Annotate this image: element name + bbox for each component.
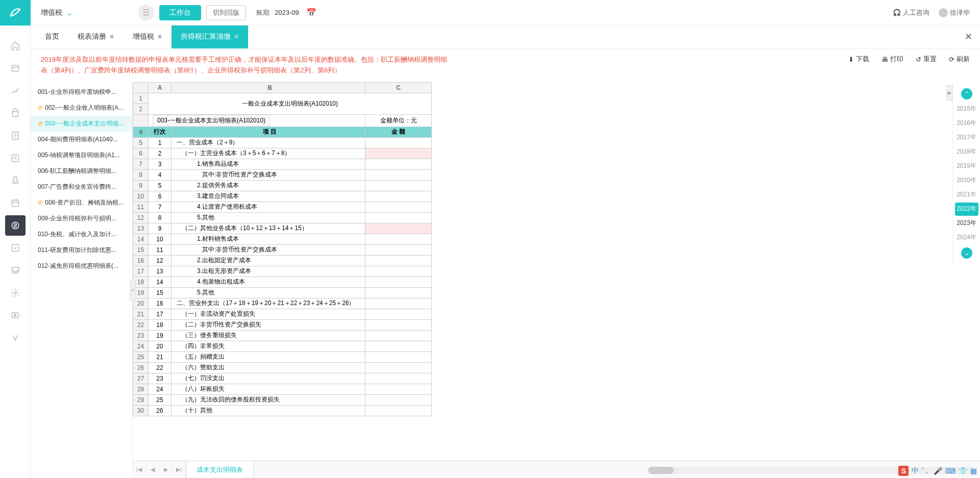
sheet-row[interactable]: 2521 （五）捐赠支出 <box>133 351 432 362</box>
form-list-item[interactable]: 004-期间费用明细表(A1040... <box>31 132 132 147</box>
tab-1[interactable]: 税表清册✕ <box>68 26 124 48</box>
sheet-row[interactable]: 2925 （九）无法收回的债券股权投资损失 <box>133 394 432 405</box>
sheet-row[interactable]: 117 4.让渡资产使用权成本 <box>133 202 432 212</box>
sheet-row[interactable]: 2420 （四）非常损失 <box>133 341 432 351</box>
nav-doc-icon[interactable] <box>5 125 26 146</box>
nav-bag-icon[interactable] <box>5 103 26 123</box>
ime-keyboard-icon[interactable]: ⌨ <box>945 467 955 475</box>
year-option[interactable]: 2020年 <box>955 174 978 187</box>
ime-skin-icon[interactable]: 👕 <box>959 467 967 475</box>
calendar-icon[interactable]: 📅 <box>306 8 316 17</box>
form-list-item[interactable]: 012-减免所得税优惠明细表(... <box>31 258 132 274</box>
col-header-b[interactable]: B <box>172 82 365 93</box>
sheet-row[interactable]: 2319 （三）债务重组损失 <box>133 330 432 341</box>
form-list-item[interactable]: ⊘003-一般企业成本支出明细... <box>31 116 132 132</box>
year-option[interactable]: 2016年 <box>955 117 978 130</box>
nav-inbox-icon[interactable] <box>5 260 26 281</box>
tab-0[interactable]: 首页 <box>36 26 68 48</box>
form-list-item[interactable]: 007-广告费和业务宣传费跨... <box>31 179 132 195</box>
form-list-item[interactable]: ⊘002-一般企业收入明细表(A... <box>31 100 132 116</box>
col-header-c[interactable]: C <box>365 82 432 93</box>
refresh-button[interactable]: ⟳刷新 <box>949 55 970 64</box>
nav-home-icon[interactable] <box>5 36 26 56</box>
ime-mic-icon[interactable]: 🎤 <box>934 467 942 475</box>
nav-settings-icon[interactable] <box>5 283 26 303</box>
sheet-row[interactable]: 2622 （六）赞助支出 <box>133 362 432 373</box>
workbench-button[interactable]: 工作台 <box>159 5 201 20</box>
sheet-row[interactable]: 2218 （二）非货币性资产交换损失 <box>133 319 432 330</box>
year-rail-expand[interactable]: ▶ <box>946 85 952 100</box>
sheet-row[interactable]: 84 其中:非货币性资产交换成本 <box>133 169 432 180</box>
sheet-row[interactable]: 1915 5.其他 <box>133 287 432 298</box>
entity-dropdown[interactable]: 增值税 ⌄ <box>41 8 133 17</box>
reset-button[interactable]: ↺重置 <box>916 55 937 64</box>
nav-v-icon[interactable] <box>5 328 26 348</box>
year-option[interactable]: 2019年 <box>955 160 978 173</box>
form-list-item[interactable]: 009-企业所得税弥补亏损明... <box>31 211 132 227</box>
spreadsheet[interactable]: A B C 1一般企业成本支出明细表(A102010) 2 003-一般企业成本… <box>133 82 432 416</box>
sheet-row[interactable]: 1410 1.材料销售成本 <box>133 234 432 244</box>
tab-close-icon[interactable]: ✕ <box>109 33 114 40</box>
year-option[interactable]: 2022年 <box>955 203 978 216</box>
form-list-item[interactable]: ⊘008-资产折旧、摊销及纳税... <box>31 195 132 211</box>
sheet-row[interactable]: 62 （一）主营业务成本（3＋5＋6＋7＋8） <box>133 148 432 159</box>
app-logo[interactable] <box>0 0 31 26</box>
year-option[interactable]: 2021年 <box>955 188 978 202</box>
sheet-row[interactable]: 1713 3.出租无形资产成本 <box>133 266 432 276</box>
consult-link[interactable]: 🎧 人工咨询 <box>893 8 929 17</box>
sheet-tab-active[interactable]: 成本支出明细表 <box>186 461 254 478</box>
form-list-item[interactable]: 001-企业所得税年度纳税申... <box>31 84 132 100</box>
tab-close-icon[interactable]: ✕ <box>157 33 162 40</box>
nav-tax-icon[interactable] <box>5 215 26 236</box>
nav-card-icon[interactable] <box>5 58 26 79</box>
sheet-row[interactable]: 2016二、营业外支出（17＋18＋19＋20＋21＋22＋23＋24＋25＋2… <box>133 298 432 309</box>
year-option[interactable]: 2017年 <box>955 131 978 144</box>
close-all-tabs-icon[interactable]: ✕ <box>965 31 972 42</box>
nav-chart-icon[interactable] <box>5 81 26 101</box>
sheet-row[interactable]: 73 1.销售商品成本 <box>133 159 432 169</box>
tab-3[interactable]: 所得税汇算清缴✕ <box>172 26 248 48</box>
switch-old-button[interactable]: 切到旧版 <box>206 5 246 20</box>
sheet-row[interactable]: 106 3.建造合同成本 <box>133 191 432 202</box>
form-list-item[interactable]: 006-职工薪酬纳税调整明细... <box>31 163 132 179</box>
nav-form-icon[interactable] <box>5 148 26 168</box>
sheet-row[interactable]: 51一、营业成本（2＋9） <box>133 137 432 148</box>
download-button[interactable]: ⬇下载 <box>848 55 869 64</box>
ime-punct-icon[interactable]: '， <box>922 466 930 475</box>
col-header-a[interactable]: A <box>149 82 172 93</box>
year-down-button[interactable]: ⌄ <box>961 247 972 259</box>
tab-close-icon[interactable]: ✕ <box>234 33 239 40</box>
sheet-row[interactable]: 1511 其中:非货币性资产交换成本 <box>133 244 432 255</box>
sheet-row[interactable]: 2824 （八）坏账损失 <box>133 384 432 394</box>
list-toggle-button[interactable]: ☰ <box>138 5 154 21</box>
sheet-nav-first[interactable]: |◀ <box>133 461 146 478</box>
sheet-nav-last[interactable]: ▶| <box>173 461 186 478</box>
year-option[interactable]: 2024年 <box>955 231 978 244</box>
form-list-item[interactable]: 010-免税、减计收入及加计... <box>31 227 132 242</box>
sheet-row[interactable]: 139 （二）其他业务成本（10＋12＋13＋14＋15） <box>133 223 432 234</box>
collapse-handle[interactable]: « <box>130 280 136 300</box>
ime-lang[interactable]: 中 <box>912 466 919 475</box>
sheet-row[interactable]: 3026 （十）其他 <box>133 405 432 416</box>
nav-archive-icon[interactable] <box>5 238 26 258</box>
year-option[interactable]: 2023年 <box>955 217 978 230</box>
sheet-row[interactable]: 1814 4.包装物出租成本 <box>133 276 432 287</box>
sheet-row[interactable]: 2723 （七）罚没支出 <box>133 373 432 384</box>
year-up-button[interactable]: ⌃ <box>961 88 972 99</box>
sheet-row[interactable]: 95 2.提供劳务成本 <box>133 180 432 191</box>
nav-stamp-icon[interactable] <box>5 170 26 191</box>
tab-2[interactable]: 增值税✕ <box>124 26 172 48</box>
sheet-row[interactable]: 1612 2.出租固定资产成本 <box>133 255 432 266</box>
sheet-row[interactable]: 128 5.其他 <box>133 212 432 223</box>
ime-toolbox-icon[interactable]: ▦ <box>970 467 977 475</box>
sheet-nav-prev[interactable]: ◀ <box>146 461 159 478</box>
nav-calendar-icon[interactable] <box>5 193 26 213</box>
year-option[interactable]: 2015年 <box>955 103 978 116</box>
sheet-row[interactable]: 2117 （一）非流动资产处置损失 <box>133 309 432 319</box>
ime-logo[interactable]: S <box>898 466 909 476</box>
sheet-nav-next[interactable]: ▶ <box>159 461 173 478</box>
nav-video-icon[interactable] <box>5 305 26 325</box>
form-list-item[interactable]: 011-研发费用加计扣除优惠... <box>31 242 132 258</box>
user-menu[interactable]: 徐泽华 <box>939 8 970 17</box>
print-button[interactable]: 🖶打印 <box>881 55 903 64</box>
